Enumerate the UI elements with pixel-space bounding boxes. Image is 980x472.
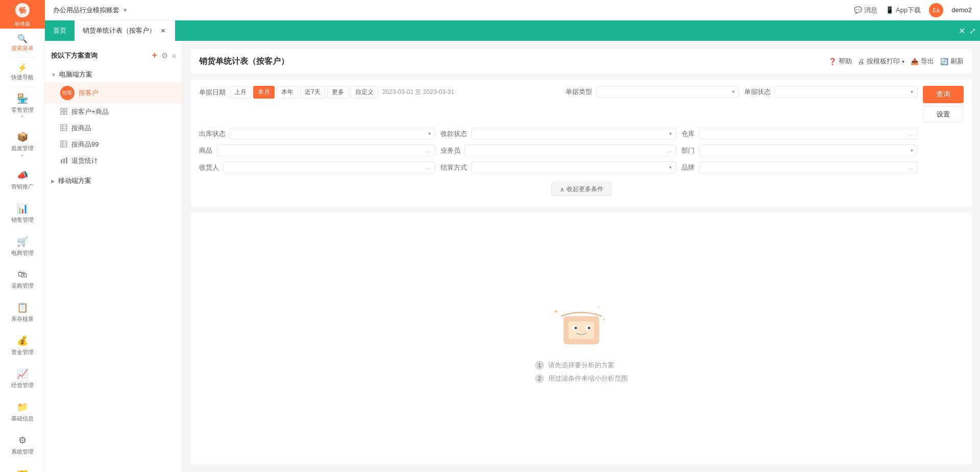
sidebar-item-operations[interactable]: 📈 经营管理 — [0, 362, 44, 395]
sidebar-item-marketing[interactable]: 📣 营销推广 — [0, 163, 44, 197]
empty-illustration: ✦ ✦ ✦ — [551, 293, 612, 355]
account-dropdown-icon[interactable]: ▾ — [124, 6, 127, 14]
left-panel-header: 按以下方案查询 + ⚙ « — [45, 46, 182, 65]
tree-child-by-customer-goods[interactable]: 按客户+商品 — [45, 104, 182, 120]
logo[interactable]: 畅 标准版 — [0, 0, 45, 29]
print-dropdown-icon: ▾ — [902, 59, 904, 64]
date-range: 2023-03-01 至 2023-03-31 — [382, 88, 454, 97]
active-dot: 按客 — [60, 86, 75, 100]
left-panel-title: 按以下方案查询 — [51, 51, 97, 60]
add-scheme-button[interactable]: + — [152, 50, 158, 61]
collapse-panel-button[interactable]: « — [172, 52, 176, 60]
dept-select[interactable]: ▾ — [699, 145, 918, 156]
date-btn-7days[interactable]: 近7天 — [300, 86, 325, 99]
collapse-button[interactable]: ∧ 收起更多条件 — [551, 182, 612, 196]
message-icon: 💬 — [854, 6, 862, 14]
sidebar-item-inventory[interactable]: 📋 库存核算 — [0, 296, 44, 329]
bill-status-select[interactable]: ▾ — [775, 86, 918, 98]
goods-select[interactable]: … — [216, 145, 435, 156]
empty-hints: 1 请先选择要分析的方案 2 用过滤条件来缩小分析范围 — [535, 361, 628, 383]
template-print-button[interactable]: 🖨 按模板打印 ▾ — [858, 57, 904, 66]
sidebar-item-ecommerce[interactable]: 🛒 电商管理 — [0, 230, 44, 263]
tab-sales-stats[interactable]: 销货单统计表（按客户） ✕ — [75, 20, 175, 41]
salesman-select[interactable]: … — [464, 145, 677, 156]
tab-close-all-icon[interactable]: ✕ — [959, 26, 965, 36]
receiver-ellipsis-icon: … — [426, 164, 431, 170]
chart-icon — [60, 157, 67, 166]
settings-scheme-button[interactable]: ⚙ — [161, 51, 168, 60]
app-download-action[interactable]: 📱 App下载 — [886, 6, 921, 15]
refresh-button[interactable]: 🔄 刷新 — [940, 57, 964, 66]
date-btn-this-month[interactable]: 本月 — [253, 86, 275, 99]
operations-icon: 📈 — [17, 368, 28, 380]
sidebar-item-purchase[interactable]: 🛍 采购管理 — [0, 263, 44, 296]
tree-child-by-customer[interactable]: 按客 按客户 — [45, 82, 182, 104]
app-download-icon: 📱 — [886, 6, 894, 14]
svg-rect-2 — [61, 108, 63, 111]
page-title-bar: 销货单统计表（按客户） ❓ 帮助 🖨 按模板打印 ▾ 📤 — [191, 49, 972, 74]
pay-status-select[interactable]: ▾ — [471, 128, 677, 139]
inventory-icon: 📋 — [17, 302, 28, 313]
tree-parent-desktop[interactable]: ▼ 电脑端方案 — [45, 67, 182, 82]
out-status-label: 出库状态 — [199, 129, 226, 138]
svg-rect-3 — [64, 108, 67, 111]
tab-expand-icon[interactable]: ⤢ — [969, 26, 976, 36]
sidebar-quick-nav[interactable]: ⚡ 快捷导航 — [9, 58, 36, 87]
pay-status-chevron-icon: ▾ — [669, 131, 672, 136]
svg-rect-14 — [61, 159, 62, 163]
tree-child-by-goods99[interactable]: 按商品99 — [45, 136, 182, 153]
date-btn-this-year[interactable]: 本年 — [277, 86, 298, 99]
print-icon: 🖨 — [858, 58, 865, 65]
top-header: 办公用品行业模拟账套 ▾ 💬 消息 📱 App下载 Ea demo2 — [45, 0, 980, 20]
logo-tagline: 标准版 — [15, 20, 30, 28]
receiver-select[interactable]: … — [223, 161, 435, 173]
settings-button[interactable]: 设置 — [923, 106, 964, 123]
brand-select[interactable]: … — [699, 161, 918, 173]
svg-text:✦: ✦ — [553, 308, 558, 315]
sidebar-item-sales[interactable]: 📊 销售管理 — [0, 197, 44, 230]
out-status-select[interactable]: ▾ — [230, 128, 435, 139]
sidebar-search[interactable]: 🔍 搜索菜单 — [9, 29, 36, 58]
title-actions: ❓ 帮助 🖨 按模板打印 ▾ 📤 导出 🔄 — [828, 57, 964, 66]
empty-hint-2: 2 用过滤条件来缩小分析范围 — [535, 374, 628, 383]
tree-child-return-stats[interactable]: 退货统计 — [45, 153, 182, 169]
bill-type-select[interactable]: ▾ — [596, 86, 739, 98]
ecommerce-icon: 🛒 — [17, 236, 28, 247]
user-avatar[interactable]: Ea — [929, 3, 943, 17]
tree-parent-mobile[interactable]: ▶ 移动端方案 — [45, 173, 182, 188]
tab-bar: 首页 销货单统计表（按客户） ✕ ✕ ⤢ — [45, 20, 980, 41]
warehouse-select[interactable]: … — [699, 128, 918, 139]
collapse-bar: ∧ 收起更多条件 — [199, 178, 964, 200]
help-button[interactable]: ❓ 帮助 — [828, 57, 852, 66]
warehouse-chevron-icon: … — [908, 131, 913, 136]
bill-type-label: 单据类型 — [566, 87, 592, 97]
tab-close-icon[interactable]: ✕ — [159, 27, 167, 35]
svg-text:✦: ✦ — [602, 317, 606, 322]
date-btn-more[interactable]: 更多 — [327, 86, 349, 99]
sales-icon: 📊 — [17, 203, 28, 214]
message-action[interactable]: 💬 消息 — [854, 6, 877, 15]
sidebar-item-system[interactable]: ⚙ 系统管理 — [0, 429, 44, 462]
svg-rect-5 — [64, 112, 67, 114]
bill-status-label: 单据状态 — [744, 87, 771, 97]
export-button[interactable]: 📤 导出 — [911, 57, 934, 66]
svg-rect-10 — [61, 141, 67, 147]
bill-status-chevron-icon: ▾ — [911, 89, 913, 95]
collab-icon: 🤝 — [17, 468, 28, 472]
sidebar-item-finance[interactable]: 💰 资金管理 — [0, 329, 44, 362]
sidebar-item-basic-info[interactable]: 📁 基础信息 — [0, 395, 44, 429]
marketing-icon: 📣 — [17, 170, 28, 181]
sidebar-item-retail[interactable]: 🏪 零售管理 ▼ — [0, 87, 44, 125]
date-btn-last-month[interactable]: 上月 — [230, 86, 251, 99]
sidebar-item-wholesale[interactable]: 📦 批发管理 ▲ — [0, 125, 44, 163]
date-label: 单据日期 — [199, 88, 226, 97]
bill-type-chevron-icon: ▾ — [732, 89, 734, 95]
empty-state-container: ✦ ✦ ✦ 1 请先选择要分析的方案 2 — [191, 213, 972, 464]
date-btn-custom[interactable]: 自定义 — [351, 86, 378, 99]
query-button[interactable]: 查询 — [923, 86, 964, 103]
tree-child-by-goods[interactable]: 按商品 — [45, 120, 182, 136]
sidebar-item-collab[interactable]: 🤝 企业协同 — [0, 462, 44, 472]
settle-select[interactable]: ▾ — [471, 161, 677, 173]
tab-home[interactable]: 首页 — [45, 20, 75, 41]
svg-rect-6 — [61, 125, 67, 131]
